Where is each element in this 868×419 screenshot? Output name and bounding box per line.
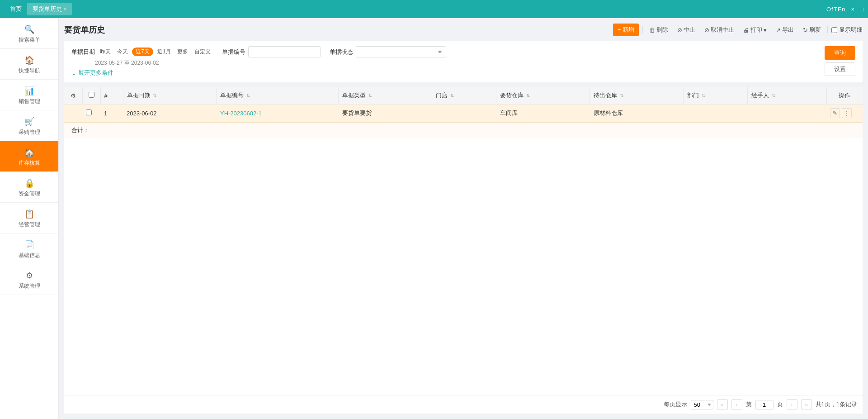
date-range-text: 2023-05-27 至 2023-06-02: [95, 60, 159, 66]
row-ops-container: ✎ ⋮: [830, 108, 859, 118]
row-date: 2023-06-02: [123, 105, 217, 122]
sidebar-item-label-system: 系统管理: [19, 282, 40, 290]
th-dept-sort[interactable]: ⇅: [702, 93, 705, 98]
query-button[interactable]: 查询: [825, 46, 855, 60]
add-button[interactable]: + 新增: [613, 24, 639, 36]
data-table: ⚙ # 单据日期 ⇅ 单据编号 ⇅: [64, 87, 863, 122]
row-edit-btn[interactable]: ✎: [830, 108, 840, 118]
date-filter-label: 单据日期: [71, 48, 95, 56]
th-date-sort[interactable]: ⇅: [153, 93, 156, 98]
sidebar-item-purchase-mgmt[interactable]: 🛒 采购管理: [0, 110, 58, 141]
sidebar-item-quick-nav[interactable]: 🏠 快捷导航: [0, 49, 58, 80]
window-close-icon[interactable]: ×: [851, 6, 855, 13]
date-7days[interactable]: 近7天: [132, 48, 153, 56]
tab-home[interactable]: 首页: [5, 3, 27, 15]
th-handler-label: 经手人: [751, 92, 769, 99]
page-last-btn[interactable]: »: [801, 399, 812, 410]
sidebar-item-finance-mgmt[interactable]: 🔒 资金管理: [0, 172, 58, 203]
row-handler: [748, 105, 826, 122]
th-type-label: 单据类型: [342, 92, 366, 99]
export-button[interactable]: ↗ 导出: [773, 24, 797, 36]
row-checkbox: [82, 105, 100, 122]
toolbar-sep-1: [642, 26, 643, 33]
order-no-filter-group: 单据编号: [222, 46, 321, 57]
table-header-row: ⚙ # 单据日期 ⇅ 单据编号 ⇅: [64, 87, 863, 105]
th-order-no: 单据编号 ⇅: [217, 87, 339, 105]
sidebar-item-basic-info[interactable]: 📄 基础信息: [0, 233, 58, 264]
th-order-no-sort[interactable]: ⇅: [246, 93, 250, 98]
display-detail-input[interactable]: [831, 27, 837, 33]
th-pending-warehouse-sort[interactable]: ⇅: [620, 93, 623, 98]
sidebar-item-sales-mgmt[interactable]: 📊 销售管理: [0, 80, 58, 110]
export-icon: ↗: [776, 27, 781, 33]
display-detail-checkbox[interactable]: 显示明细: [831, 26, 863, 34]
table-body: 1 2023-06-02 YH-20230602-1 要货单要货 车间库 原材料…: [64, 105, 863, 122]
row-select-checkbox[interactable]: [86, 110, 92, 115]
sidebar-item-label-purchase: 采购管理: [19, 129, 40, 136]
page-suffix: 页: [777, 400, 783, 409]
stop-label: 中止: [684, 26, 695, 34]
sidebar-item-label-search: 搜索菜单: [19, 36, 40, 44]
row-expand: [64, 105, 82, 122]
date-filter-group: 单据日期 昨天 今天 近7天 近1月 更多 自定义: [71, 48, 213, 56]
date-custom[interactable]: 自定义: [192, 48, 213, 56]
th-date-label: 单据日期: [127, 92, 151, 99]
sidebar-item-inventory[interactable]: 🏠 库存核算: [0, 141, 58, 172]
row-pending-warehouse: 原材料仓库: [590, 105, 684, 122]
delete-button[interactable]: 🗑 删除: [646, 24, 671, 36]
th-store-sort[interactable]: ⇅: [450, 93, 454, 98]
expand-more-btn[interactable]: ⌄ 展开更多条件: [71, 69, 825, 77]
filter-row-1: 单据日期 昨天 今天 近7天 近1月 更多 自定义 单据编号: [71, 46, 825, 57]
settings-gear-icon[interactable]: ⚙: [71, 92, 76, 99]
date-1month[interactable]: 近1月: [155, 48, 174, 56]
cancel-stop-button[interactable]: ⊘ 取消中止: [702, 24, 737, 36]
sidebar-item-operations-mgmt[interactable]: 📋 经营管理: [0, 203, 58, 233]
status-select[interactable]: [356, 46, 446, 57]
delete-icon: 🗑: [649, 27, 655, 33]
settings-button[interactable]: 设置: [825, 62, 855, 76]
page-size-select[interactable]: 10 20 50 100: [691, 400, 713, 409]
pagination-bar: 每页显示 10 20 50 100 « ‹ 第 页 › » 共1页，1条记录: [64, 395, 863, 414]
page-first-btn[interactable]: «: [717, 399, 728, 410]
sidebar-item-label-sales: 销售管理: [19, 98, 40, 105]
table-container: ⚙ # 单据日期 ⇅ 单据编号 ⇅: [64, 87, 863, 395]
order-no-label: 单据编号: [222, 48, 245, 56]
date-today[interactable]: 今天: [115, 48, 130, 56]
order-no-input[interactable]: [248, 46, 321, 57]
print-button[interactable]: 🖨 打印 ▾: [741, 24, 769, 36]
page-title: 要货单历史: [64, 24, 105, 35]
display-detail-label: 显示明细: [839, 26, 863, 34]
top-bar: 首页 要货单历史 × OfTEn × □: [0, 0, 868, 18]
sales-mgmt-icon: 📊: [24, 86, 34, 96]
date-yesterday[interactable]: 昨天: [98, 48, 113, 56]
th-settings: ⚙: [64, 87, 82, 105]
basic-info-icon: 📄: [24, 240, 34, 250]
date-more[interactable]: 更多: [175, 48, 190, 56]
th-req-warehouse-sort[interactable]: ⇅: [526, 93, 530, 98]
table-row: 1 2023-06-02 YH-20230602-1 要货单要货 车间库 原材料…: [64, 105, 863, 122]
page-prev-btn[interactable]: ‹: [731, 399, 742, 410]
th-handler-sort[interactable]: ⇅: [772, 93, 775, 98]
tab-close-icon[interactable]: ×: [64, 6, 66, 12]
per-page-label: 每页显示: [664, 400, 687, 409]
sidebar-item-system-mgmt[interactable]: ⚙ 系统管理: [0, 264, 58, 295]
page-number-input[interactable]: [755, 400, 774, 409]
page-next-btn[interactable]: ›: [787, 399, 797, 410]
th-pending-warehouse: 待出仓库 ⇅: [590, 87, 684, 105]
print-icon: 🖨: [743, 27, 749, 33]
sidebar-item-label-quick-nav: 快捷导航: [19, 67, 40, 75]
refresh-button[interactable]: ↻ 刷新: [800, 24, 824, 36]
print-dropdown-icon: ▾: [764, 27, 767, 33]
th-order-no-label: 单据编号: [220, 92, 244, 99]
total-label: 合计：: [71, 127, 89, 133]
refresh-label: 刷新: [809, 26, 821, 34]
th-type-sort[interactable]: ⇅: [368, 93, 372, 98]
stop-button[interactable]: ⊘ 中止: [675, 24, 698, 36]
tab-order-history[interactable]: 要货单历史 ×: [27, 3, 72, 15]
row-more-btn[interactable]: ⋮: [842, 108, 852, 118]
search-menu-icon: 🔍: [24, 24, 34, 34]
sidebar-item-search-menu[interactable]: 🔍 搜索菜单: [0, 18, 58, 49]
select-all-checkbox[interactable]: [89, 92, 94, 98]
window-maximize-icon[interactable]: □: [860, 6, 863, 13]
row-order-no-link[interactable]: YH-20230602-1: [220, 110, 262, 117]
